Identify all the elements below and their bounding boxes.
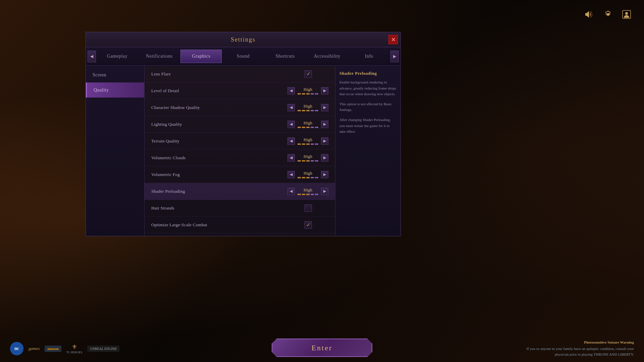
shader-preloading-value: High — [301, 187, 315, 193]
tl-heroes-badge: ⚜ TL HEROES — [66, 343, 83, 354]
vol-clouds-value: High — [301, 154, 315, 159]
sound-icon[interactable] — [582, 7, 597, 22]
profile-icon[interactable] — [619, 7, 634, 22]
setting-row-lens-flare: Lens Flare ✓ — [145, 66, 335, 82]
hair-strands-control — [288, 204, 328, 212]
setting-row-vol-clouds: Volumetric Clouds ◀ High ▶ — [145, 149, 335, 166]
setting-row-hair-strands: Hair Strands — [145, 200, 335, 217]
tab-next-button[interactable]: ▶ — [390, 51, 399, 62]
vol-fog-label: Volumetric Fog — [151, 172, 287, 177]
hair-strands-label: Hair Strands — [151, 205, 288, 211]
close-button[interactable]: ✕ — [388, 35, 398, 44]
terrain-dots — [298, 143, 318, 145]
lighting-control: ◀ High ▶ — [287, 120, 328, 128]
setting-row-level-of-detail: Level of Detail ◀ High ▶ — [145, 82, 335, 99]
character-shadow-label: Character Shadow Quality — [151, 105, 287, 110]
setting-row-character-shadow: Character Shadow Quality ◀ High ▶ — [145, 99, 335, 116]
character-shadow-left[interactable]: ◀ — [287, 104, 295, 111]
info-panel-title: Shader Preloading — [339, 71, 396, 76]
top-right-icons — [582, 7, 634, 22]
optimize-combat-checkbox[interactable]: ✓ — [305, 221, 312, 229]
vol-clouds-left[interactable]: ◀ — [287, 154, 295, 162]
terrain-control: ◀ High ▶ — [287, 137, 328, 145]
lighting-dots — [298, 127, 318, 128]
lens-flare-checkbox[interactable]: ✓ — [305, 70, 312, 78]
optimize-combat-control: ✓ — [288, 221, 328, 229]
hair-strands-checkbox[interactable] — [305, 204, 312, 212]
lighting-label: Lighting Quality — [151, 122, 287, 127]
settings-content: Lens Flare ✓ Level of Detail ◀ High — [145, 66, 335, 236]
info-panel: Shader Preloading Enable background rend… — [335, 66, 400, 236]
vol-fog-dots — [298, 177, 318, 178]
terrain-value: High — [301, 137, 315, 142]
setting-row-vol-fog: Volumetric Fog ◀ High ▶ — [145, 166, 335, 183]
gear-icon[interactable] — [600, 7, 615, 22]
settings-dialog: Settings ✕ ◀ Gameplay Notifications Grap… — [86, 32, 401, 236]
games-text: games — [29, 346, 40, 351]
tab-notifications[interactable]: Notifications — [139, 50, 180, 63]
tab-info[interactable]: Info — [348, 50, 390, 63]
svg-point-0 — [607, 13, 609, 16]
lighting-value: High — [301, 120, 315, 126]
level-of-detail-left[interactable]: ◀ — [287, 87, 295, 95]
tab-sound[interactable]: Sound — [222, 50, 264, 63]
tab-bar: ◀ Gameplay Notifications Graphics Sound … — [86, 47, 400, 66]
tab-shortcuts[interactable]: Shortcuts — [265, 50, 306, 63]
dot-4 — [311, 93, 314, 95]
lighting-right[interactable]: ▶ — [321, 121, 328, 128]
left-sidebar: Screen Quality — [86, 66, 145, 236]
enter-button[interactable]: Enter — [272, 339, 372, 357]
photo-warning: Photosensitive Seizure Warning If you or… — [517, 340, 634, 357]
shader-preloading-left[interactable]: ◀ — [287, 188, 295, 195]
info-panel-text-1: Enable background rendering in advance, … — [339, 79, 396, 97]
lighting-left[interactable]: ◀ — [287, 121, 295, 128]
setting-row-shader-preloading: Shader Preloading ◀ High ▶ — [145, 183, 335, 200]
vol-fog-control: ◀ High ▶ — [287, 171, 328, 178]
lens-flare-control: ✓ — [288, 70, 328, 78]
terrain-left[interactable]: ◀ — [287, 137, 295, 145]
sidebar-item-quality[interactable]: Quality — [86, 82, 144, 98]
shader-preloading-label: Shader Preloading — [151, 189, 287, 194]
terrain-label: Terrain Quality — [151, 138, 287, 144]
info-panel-text-3: After changing Shader Preloading, you mu… — [339, 117, 396, 135]
level-of-detail-label: Level of Detail — [151, 88, 287, 94]
lens-flare-label: Lens Flare — [151, 71, 288, 77]
dot-2 — [302, 93, 305, 95]
setting-row-lighting: Lighting Quality ◀ High ▶ — [145, 116, 335, 133]
optimize-combat-label: Optimize Large-Scale Combat — [151, 222, 288, 228]
dialog-body: Screen Quality Lens Flare ✓ Level of Det… — [86, 66, 400, 236]
unreal-badge: UNREAL ENGINE — [87, 346, 119, 352]
setting-row-directx12: Use DirectX 12 ✓ — [145, 233, 335, 236]
dialog-title-bar: Settings ✕ — [86, 32, 400, 47]
vol-clouds-dots — [298, 160, 318, 162]
shader-preloading-right[interactable]: ▶ — [321, 188, 328, 195]
setting-row-optimize-combat: Optimize Large-Scale Combat ✓ — [145, 217, 335, 233]
dot-5 — [315, 93, 318, 95]
vol-clouds-label: Volumetric Clouds — [151, 155, 287, 161]
terrain-right[interactable]: ▶ — [321, 137, 328, 145]
dot-3 — [306, 93, 310, 95]
setting-row-terrain: Terrain Quality ◀ High ▶ — [145, 133, 335, 149]
vol-fog-right[interactable]: ▶ — [321, 171, 328, 178]
shader-preloading-control: ◀ High ▶ — [287, 187, 328, 195]
tab-graphics[interactable]: Graphics — [180, 50, 222, 63]
tab-accessibility[interactable]: Accessibility — [307, 50, 348, 63]
info-panel-text-2: This option is not affected by Basic Set… — [339, 101, 396, 113]
photo-warning-title: Photosensitive Seizure Warning — [517, 340, 634, 345]
character-shadow-control: ◀ High ▶ — [287, 104, 328, 111]
svg-point-2 — [625, 12, 628, 15]
tab-gameplay[interactable]: Gameplay — [97, 50, 138, 63]
sidebar-item-screen[interactable]: Screen — [86, 67, 144, 82]
character-shadow-right[interactable]: ▶ — [321, 104, 328, 111]
vol-fog-left[interactable]: ◀ — [287, 171, 295, 178]
dialog-title: Settings — [231, 36, 256, 43]
vol-clouds-right[interactable]: ▶ — [321, 154, 328, 162]
tab-prev-button[interactable]: ◀ — [88, 51, 96, 62]
vol-fog-value: High — [301, 171, 315, 176]
level-of-detail-control: ◀ High ▶ — [287, 87, 328, 95]
shader-preloading-dots — [298, 194, 318, 195]
vol-clouds-control: ◀ High ▶ — [287, 154, 328, 162]
character-shadow-dots — [298, 110, 318, 111]
level-of-detail-right[interactable]: ▶ — [321, 87, 328, 95]
brand-logos: nc games amazon ⚜ TL HEROES UNREAL ENGIN… — [10, 342, 119, 355]
